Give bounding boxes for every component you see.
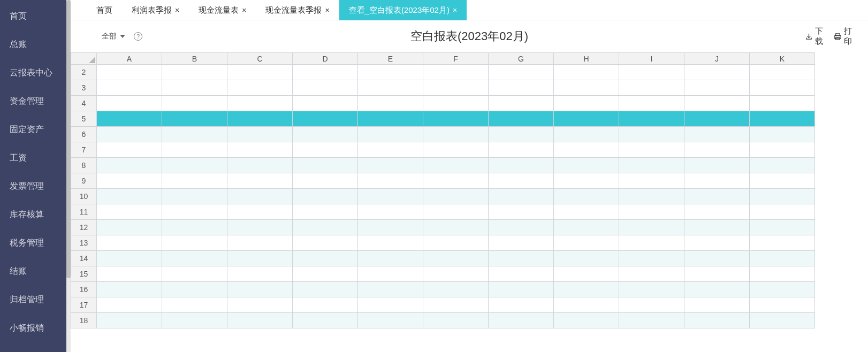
cell[interactable] — [97, 251, 162, 266]
tab-view-blank-report[interactable]: 查看_空白报表(2023年02月) × — [339, 0, 467, 20]
cell[interactable] — [750, 173, 815, 189]
cell[interactable] — [554, 266, 619, 282]
cell[interactable] — [489, 142, 554, 158]
cell[interactable] — [293, 80, 358, 96]
row-header[interactable]: 17 — [71, 297, 97, 313]
print-button[interactable]: 打印 — [834, 26, 852, 47]
cell[interactable] — [358, 251, 423, 266]
row-header[interactable]: 6 — [71, 127, 97, 142]
filter-dropdown[interactable]: 全部 — [97, 29, 130, 43]
cell[interactable] — [358, 235, 423, 251]
cell[interactable] — [619, 80, 684, 96]
cell[interactable] — [162, 266, 227, 282]
column-header[interactable]: H — [554, 53, 619, 65]
cell[interactable] — [293, 158, 358, 173]
cell[interactable] — [423, 251, 489, 266]
cell[interactable] — [554, 80, 619, 96]
row-header[interactable]: 12 — [71, 220, 97, 235]
row-header[interactable]: 4 — [71, 96, 97, 111]
cell[interactable] — [489, 189, 554, 204]
cell[interactable] — [619, 297, 684, 313]
cell[interactable] — [97, 127, 162, 142]
cell[interactable] — [358, 266, 423, 282]
cell[interactable] — [97, 282, 162, 297]
cell[interactable] — [162, 80, 227, 96]
sidebar-item-fund-manage[interactable]: 资金管理 — [0, 87, 71, 116]
cell[interactable] — [489, 173, 554, 189]
cell[interactable] — [293, 127, 358, 142]
cell[interactable] — [227, 235, 293, 251]
cell[interactable] — [293, 96, 358, 111]
cell[interactable] — [684, 297, 750, 313]
row-header[interactable]: 15 — [71, 266, 97, 282]
column-header[interactable]: F — [423, 53, 489, 65]
cell[interactable] — [684, 251, 750, 266]
cell[interactable] — [489, 251, 554, 266]
cell[interactable] — [619, 266, 684, 282]
cell[interactable] — [293, 235, 358, 251]
cell[interactable] — [750, 96, 815, 111]
cell[interactable] — [227, 142, 293, 158]
cell[interactable] — [554, 235, 619, 251]
cell[interactable] — [750, 127, 815, 142]
cell[interactable] — [554, 251, 619, 266]
cell[interactable] — [227, 313, 293, 328]
sidebar-item-inventory[interactable]: 库存核算 — [0, 201, 71, 229]
row-header[interactable]: 18 — [71, 313, 97, 328]
cell[interactable] — [293, 282, 358, 297]
cell[interactable] — [489, 204, 554, 220]
cell[interactable] — [227, 297, 293, 313]
row-header[interactable]: 7 — [71, 142, 97, 158]
cell[interactable] — [162, 251, 227, 266]
sidebar-item-fixed-asset[interactable]: 固定资产 — [0, 116, 71, 144]
cell[interactable] — [619, 127, 684, 142]
cell[interactable] — [489, 111, 554, 127]
cell[interactable] — [489, 127, 554, 142]
cell[interactable] — [750, 65, 815, 80]
cell[interactable] — [750, 204, 815, 220]
cell[interactable] — [162, 235, 227, 251]
tab-cashflow-quarterly[interactable]: 现金流量表季报 × — [256, 0, 339, 20]
column-header[interactable]: K — [750, 53, 815, 65]
cell[interactable] — [162, 65, 227, 80]
cell[interactable] — [293, 65, 358, 80]
cell[interactable] — [619, 235, 684, 251]
tab-profit-quarterly[interactable]: 利润表季报 × — [122, 0, 189, 20]
cell[interactable] — [97, 313, 162, 328]
sidebar-item-cloud-report[interactable]: 云报表中心 — [0, 59, 71, 87]
select-all-corner[interactable] — [71, 53, 97, 65]
row-header[interactable]: 13 — [71, 235, 97, 251]
cell[interactable] — [162, 282, 227, 297]
cell[interactable] — [619, 204, 684, 220]
cell[interactable] — [358, 80, 423, 96]
sidebar-item-archive[interactable]: 归档管理 — [0, 286, 71, 314]
close-icon[interactable]: × — [453, 0, 457, 20]
cell[interactable] — [684, 204, 750, 220]
cell[interactable] — [97, 297, 162, 313]
cell[interactable] — [489, 65, 554, 80]
cell[interactable] — [293, 297, 358, 313]
cell[interactable] — [750, 235, 815, 251]
cell[interactable] — [554, 189, 619, 204]
cell[interactable] — [423, 235, 489, 251]
cell[interactable] — [97, 80, 162, 96]
sidebar-item-salary[interactable]: 工资 — [0, 144, 71, 172]
sidebar-item-closing[interactable]: 结账 — [0, 257, 71, 286]
cell[interactable] — [619, 189, 684, 204]
cell[interactable] — [97, 266, 162, 282]
close-icon[interactable]: × — [242, 0, 246, 20]
cell[interactable] — [97, 235, 162, 251]
cell[interactable] — [293, 204, 358, 220]
cell[interactable] — [227, 204, 293, 220]
cell[interactable] — [97, 111, 162, 127]
cell[interactable] — [423, 282, 489, 297]
cell[interactable] — [423, 313, 489, 328]
cell[interactable] — [489, 266, 554, 282]
cell[interactable] — [423, 204, 489, 220]
cell[interactable] — [162, 142, 227, 158]
cell[interactable] — [750, 266, 815, 282]
row-header[interactable]: 10 — [71, 189, 97, 204]
cell[interactable] — [684, 189, 750, 204]
cell[interactable] — [227, 266, 293, 282]
column-header[interactable]: J — [684, 53, 750, 65]
